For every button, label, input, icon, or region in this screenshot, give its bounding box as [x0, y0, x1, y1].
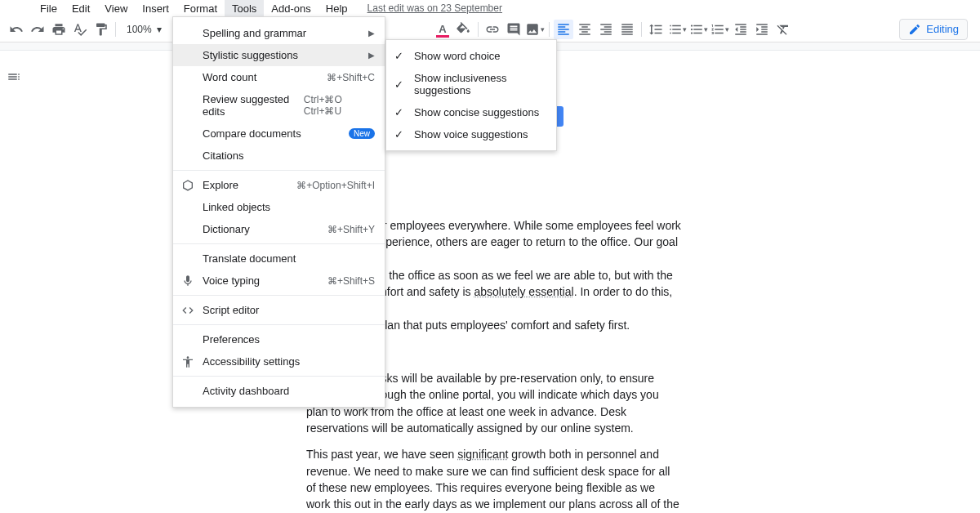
- paint-format-button[interactable]: [91, 20, 111, 39]
- check-icon: ✓: [394, 106, 403, 118]
- undo-button[interactable]: [7, 20, 26, 39]
- submenu-voice[interactable]: ✓Show voice suggestions: [386, 123, 556, 145]
- menu-tools[interactable]: Tools: [225, 0, 264, 17]
- menu-script-editor[interactable]: Script editor: [173, 299, 385, 321]
- indent-increase-button[interactable]: [752, 20, 772, 39]
- menu-item-label: Preferences: [203, 333, 260, 346]
- menu-accessibility[interactable]: Accessibility settings: [173, 350, 385, 372]
- line-spacing-button[interactable]: [646, 20, 666, 39]
- menu-format[interactable]: Format: [176, 0, 225, 17]
- shortcut-text: Ctrl+⌘O Ctrl+⌘U: [304, 94, 375, 117]
- menu-item-label: Dictionary: [203, 223, 250, 235]
- menu-item-label: Translate document: [203, 252, 296, 265]
- separator: [549, 22, 550, 37]
- menu-spelling-grammar[interactable]: Spelling and grammar▶: [173, 22, 385, 44]
- menu-citations[interactable]: Citations: [173, 145, 385, 167]
- shortcut-text: ⌘+Shift+Y: [327, 224, 375, 235]
- check-icon: ✓: [394, 78, 403, 91]
- shortcut-text: ⌘+Shift+C: [327, 72, 375, 83]
- menu-item-label: Script editor: [203, 304, 259, 316]
- submenu-inclusiveness[interactable]: ✓Show inclusiveness suggestions: [386, 67, 556, 101]
- redo-button[interactable]: [28, 20, 47, 39]
- menu-separator: [173, 376, 385, 377]
- menu-item-label: Stylistic suggestions: [203, 49, 298, 61]
- link-button[interactable]: [483, 20, 502, 39]
- align-right-button[interactable]: [596, 20, 616, 39]
- menu-addons[interactable]: Add-ons: [264, 0, 318, 17]
- menu-separator: [173, 243, 385, 244]
- tools-dropdown: Spelling and grammar▶ Stylistic suggesti…: [172, 16, 385, 408]
- code-icon: [181, 304, 194, 317]
- explore-icon: [181, 179, 194, 192]
- menu-stylistic-suggestions[interactable]: Stylistic suggestions▶: [173, 44, 385, 66]
- menu-item-label: Explore: [203, 179, 238, 191]
- shortcut-text: ⌘+Shift+S: [327, 275, 375, 287]
- menu-item-label: Accessibility settings: [203, 355, 300, 368]
- text-color-button[interactable]: A: [433, 20, 452, 39]
- menu-activity-dashboard[interactable]: Activity dashboard: [173, 380, 385, 402]
- check-icon: ✓: [394, 128, 403, 141]
- menu-item-label: Spelling and grammar: [203, 27, 306, 39]
- menu-file[interactable]: File: [33, 0, 65, 17]
- align-left-button[interactable]: [554, 20, 573, 39]
- menu-voice-typing[interactable]: Voice typing⌘+Shift+S: [173, 270, 385, 292]
- print-button[interactable]: [49, 20, 69, 39]
- comment-button[interactable]: [504, 20, 523, 39]
- menu-item-label: Activity dashboard: [203, 385, 289, 397]
- indent-decrease-button[interactable]: [731, 20, 751, 39]
- menu-separator: [173, 295, 385, 296]
- menu-item-label: Review suggested edits: [203, 93, 304, 118]
- menu-preferences[interactable]: Preferences: [173, 328, 385, 350]
- submenu-item-label: Show inclusiveness suggestions: [414, 72, 546, 96]
- numbered-list-button[interactable]: ▾: [710, 20, 729, 39]
- submenu-word-choice[interactable]: ✓Show word choice: [386, 45, 556, 67]
- outline-toggle[interactable]: [7, 69, 23, 86]
- dropdown-arrow-icon: ▾: [157, 24, 162, 35]
- menu-explore[interactable]: Explore⌘+Option+Shift+I: [173, 174, 385, 196]
- zoom-select[interactable]: 100%▾: [120, 24, 168, 35]
- submenu-arrow-icon: ▶: [368, 29, 375, 38]
- menu-compare-docs[interactable]: Compare documentsNew: [173, 123, 385, 145]
- menu-translate[interactable]: Translate document: [173, 248, 385, 270]
- menu-word-count[interactable]: Word count⌘+Shift+C: [173, 66, 385, 88]
- bulleted-list-button[interactable]: ▾: [688, 20, 708, 39]
- check-icon: ✓: [394, 50, 403, 62]
- submenu-item-label: Show concise suggestions: [414, 106, 539, 118]
- menu-item-label: Linked objects: [203, 201, 270, 213]
- submenu-concise[interactable]: ✓Show concise suggestions: [386, 101, 556, 123]
- menu-item-label: Compare documents: [203, 127, 301, 140]
- menu-separator: [173, 324, 385, 325]
- separator: [641, 22, 642, 37]
- checklist-button[interactable]: ▾: [667, 20, 687, 39]
- menu-item-label: Citations: [203, 149, 244, 162]
- mic-icon: [181, 274, 194, 288]
- menu-view[interactable]: View: [97, 0, 135, 17]
- menu-linked-objects[interactable]: Linked objects: [173, 196, 385, 218]
- menu-help[interactable]: Help: [318, 0, 355, 17]
- submenu-item-label: Show voice suggestions: [414, 128, 528, 141]
- accessibility-icon: [181, 355, 194, 368]
- align-center-button[interactable]: [575, 20, 595, 39]
- separator: [115, 22, 116, 37]
- spellcheck-button[interactable]: [70, 20, 90, 39]
- menu-insert[interactable]: Insert: [135, 0, 176, 17]
- zoom-value: 100%: [127, 24, 152, 35]
- align-justify-button[interactable]: [617, 20, 637, 39]
- new-badge: New: [349, 128, 375, 139]
- editing-label: Editing: [926, 23, 959, 35]
- submenu-item-label: Show word choice: [414, 50, 501, 62]
- menu-dictionary[interactable]: Dictionary⌘+Shift+Y: [173, 218, 385, 240]
- editing-mode-button[interactable]: Editing: [899, 19, 968, 40]
- highlight-button[interactable]: [454, 20, 474, 39]
- submenu-arrow-icon: ▶: [368, 51, 375, 60]
- menubar: File Edit View Insert Format Tools Add-o…: [0, 0, 980, 16]
- menu-separator: [173, 170, 385, 171]
- last-edit-link[interactable]: Last edit was on 23 September: [368, 2, 502, 14]
- menu-edit[interactable]: Edit: [65, 0, 97, 17]
- clear-format-button[interactable]: [773, 20, 793, 39]
- image-button[interactable]: ▾: [525, 20, 545, 39]
- stylistic-submenu: ✓Show word choice ✓Show inclusiveness su…: [385, 39, 557, 151]
- menu-item-label: Word count: [203, 71, 256, 83]
- separator: [478, 22, 479, 37]
- menu-review-edits[interactable]: Review suggested editsCtrl+⌘O Ctrl+⌘U: [173, 88, 385, 123]
